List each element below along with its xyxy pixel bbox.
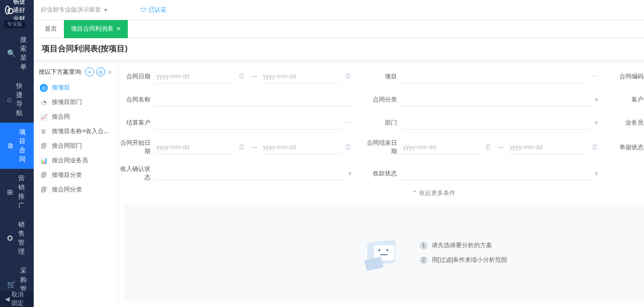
scheme-item-6[interactable]: 🗐按项目分类: [37, 168, 115, 182]
contract-cat-select[interactable]: [401, 92, 591, 107]
contract-end-from-input[interactable]: [401, 140, 480, 154]
revenue-status-select[interactable]: [154, 166, 344, 180]
tab-home[interactable]: 首页: [38, 20, 64, 38]
scheme-collapse-button[interactable]: «: [107, 68, 113, 75]
field-salesman: 业务员 ⋯: [611, 116, 644, 130]
scheme-add-button[interactable]: +: [85, 67, 94, 76]
close-icon[interactable]: ✕: [116, 26, 121, 32]
range-dash: —: [496, 144, 506, 151]
calendar-icon[interactable]: 🗓: [236, 72, 247, 80]
scheme-head: 按以下方案查询 + ◎ «: [37, 67, 115, 76]
label-receipt-status: 收款状态: [365, 169, 401, 178]
field-contract-name: 合同名称: [118, 92, 354, 107]
scheme-item-icon: ◎: [40, 84, 48, 92]
brand-name: 畅捷通好业财: [13, 0, 29, 23]
label-doc-status: 单据状态: [611, 143, 644, 152]
scheme-item-label: 按项目部门: [52, 98, 82, 107]
nav-icon: 🛒: [7, 280, 15, 288]
collapse-filters-button[interactable]: ⌃ 收起更多条件: [412, 189, 455, 196]
tab-profit-report[interactable]: 项目合同利润表 ✕: [64, 20, 128, 38]
pin-toggle[interactable]: ◀ 取消固定: [0, 291, 34, 307]
scheme-settings-button[interactable]: ◎: [96, 67, 105, 76]
sidebar-item-0[interactable]: 🔍搜索菜单: [0, 30, 34, 76]
scheme-head-label: 按以下方案查询: [39, 68, 81, 76]
field-project: 项目 ⋯: [365, 69, 600, 83]
project-input[interactable]: [401, 69, 587, 83]
scheme-item-7[interactable]: 🗐按合同分类: [37, 182, 115, 197]
field-contract-cat: 合同分类 ▾: [365, 92, 600, 107]
hint-number: 1: [420, 242, 428, 250]
calendar-icon[interactable]: 🗓: [343, 143, 354, 151]
dept-select[interactable]: [401, 116, 591, 130]
range-dash: —: [249, 144, 259, 151]
content-row: 按以下方案查询 + ◎ « ◎按项目◔按项目部门📈按合同🗎按项目名称+收入合..…: [34, 62, 644, 307]
scheme-item-2[interactable]: 📈按合同: [37, 110, 115, 124]
main: 好业财专业版演示账套 ▾ 🛡 已认证 💬 消息 1 📱 App下载 珠珠: [34, 0, 644, 307]
hint-2-text: 用[过滤]条件来缩小分析范围: [432, 256, 508, 264]
nav-icon: ✪: [7, 234, 13, 242]
contract-date-to-input[interactable]: [261, 69, 341, 83]
scheme-item-icon: 📈: [40, 113, 48, 121]
label-salesman: 业务员: [611, 119, 644, 127]
scheme-item-icon: ◔: [40, 98, 48, 107]
settle-customer-input[interactable]: [154, 116, 341, 130]
verified-badge: 🛡 已认证: [140, 6, 167, 14]
chevron-down-icon[interactable]: ▾: [593, 169, 600, 177]
hint-row: 1 请先选择要分析的方案: [420, 241, 508, 250]
field-empty: [611, 165, 644, 182]
label-dept: 部门: [365, 119, 401, 127]
account-select[interactable]: 好业财专业版演示账套 ▾: [41, 6, 131, 14]
scheme-item-1[interactable]: ◔按项目部门: [37, 95, 115, 110]
calendar-icon[interactable]: 🗓: [236, 143, 247, 151]
scheme-list: ◎按项目◔按项目部门📈按合同🗎按项目名称+收入合...🗐按合同部门📊按合同业务员…: [37, 80, 115, 197]
scheme-item-label: 按合同: [52, 113, 70, 121]
empty-illustration-icon: [360, 230, 406, 275]
label-settle-customer: 结算客户: [118, 119, 154, 127]
field-contract-no: 合同编码 --: [611, 69, 644, 83]
nav-label: 快捷导航: [16, 81, 27, 118]
sidebar-item-2[interactable]: 🗎项目合同: [0, 123, 34, 169]
empty-state: 1 请先选择要分析的方案 2 用[过滤]条件来缩小分析范围: [124, 204, 644, 301]
chevron-down-icon[interactable]: ▾: [593, 95, 600, 104]
scheme-item-0[interactable]: ◎按项目: [37, 80, 115, 95]
field-contract-start: 合同开始日期 🗓 — 🗓: [118, 139, 354, 156]
brand: 畅捷通好业财: [0, 0, 34, 20]
contract-end-to-input[interactable]: [508, 140, 587, 154]
contract-start-from-input[interactable]: [154, 140, 234, 154]
contract-name-input[interactable]: [154, 92, 354, 107]
chevron-down-icon: ▾: [104, 7, 107, 14]
scheme-item-3[interactable]: 🗎按项目名称+收入合...: [37, 124, 115, 139]
tabbar: 首页 项目合同利润表 ✕ ◀ ▶ ✕ ⛶: [34, 20, 644, 38]
page-title: 项目合同利润表(按项目): [42, 44, 128, 54]
receipt-status-select[interactable]: [401, 166, 591, 180]
sidebar-item-3[interactable]: ⊞营销推广: [0, 169, 34, 215]
scheme-item-icon: 🗐: [40, 171, 48, 179]
collapse-row: ⌃ 收起更多条件: [118, 186, 644, 200]
scheme-item-icon: 🗐: [40, 142, 48, 150]
page-header: 项目合同利润表(按项目) ⇪ 导出 ⟳ 刷新: [34, 38, 644, 60]
sidebar-item-4[interactable]: ✪销售管理: [0, 215, 34, 261]
nav-label: 搜索菜单: [20, 35, 27, 71]
scheme-panel: 按以下方案查询 + ◎ « ◎按项目◔按项目部门📈按合同🗎按项目名称+收入合..…: [34, 62, 118, 307]
more-icon[interactable]: ⋯: [343, 119, 354, 127]
chevron-down-icon[interactable]: ▾: [346, 169, 354, 177]
contract-date-from-input[interactable]: [154, 69, 234, 83]
contract-start-to-input[interactable]: [261, 140, 341, 154]
chevron-down-icon[interactable]: ▾: [593, 119, 600, 127]
scheme-item-4[interactable]: 🗐按合同部门: [37, 139, 115, 153]
sidebar-item-5[interactable]: 🛒采购管理: [0, 261, 34, 291]
collapse-label: 收起更多条件: [419, 189, 455, 196]
nav-label: 营销推广: [18, 174, 27, 210]
field-settle-customer: 结算客户 ⋯: [118, 116, 354, 130]
shield-icon: 🛡: [140, 7, 146, 14]
calendar-icon[interactable]: 🗓: [589, 143, 600, 151]
account-label: 好业财专业版演示账套: [41, 6, 101, 14]
more-icon[interactable]: ⋯: [589, 72, 600, 80]
calendar-icon[interactable]: 🗓: [343, 72, 354, 80]
brand-logo-icon: [5, 6, 10, 15]
sidebar-item-1[interactable]: ⌂快捷导航: [0, 76, 34, 123]
label-project: 项目: [365, 72, 401, 81]
calendar-icon[interactable]: 🗓: [482, 143, 494, 151]
scheme-item-5[interactable]: 📊按合同业务员: [37, 153, 115, 168]
field-doc-status: 单据状态 ▾: [611, 139, 644, 156]
